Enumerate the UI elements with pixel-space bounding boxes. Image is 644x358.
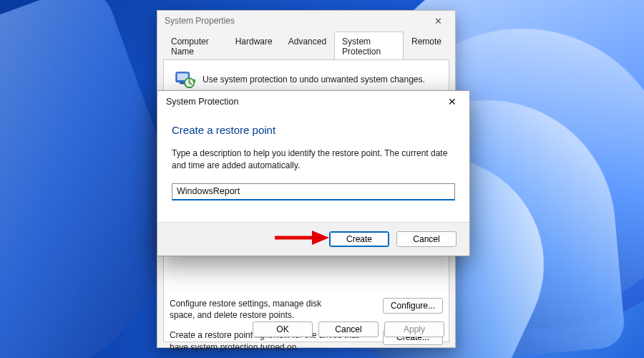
ok-button[interactable]: OK <box>253 321 313 337</box>
tab-hardware[interactable]: Hardware <box>228 32 280 60</box>
close-icon[interactable]: ✕ <box>425 16 451 26</box>
tab-strip: Computer Name Hardware Advanced System P… <box>157 31 455 59</box>
tab-computer-name[interactable]: Computer Name <box>163 32 228 60</box>
configure-button[interactable]: Configure... <box>383 298 443 314</box>
create-button[interactable]: Create <box>329 231 389 247</box>
dialog-titlebar: System Protection ✕ <box>157 91 469 112</box>
dialog-footer: Create Cancel <box>157 222 469 256</box>
cancel-button[interactable]: Cancel <box>318 321 379 337</box>
annotation-arrow-icon <box>272 227 331 248</box>
tab-system-protection[interactable]: System Protection <box>334 32 404 60</box>
configure-description: Configure restore settings, manage disk … <box>170 298 348 321</box>
apply-button: Apply <box>384 321 444 337</box>
titlebar: System Properties ✕ <box>157 11 455 31</box>
dialog-footer-buttons: OK Cancel Apply <box>253 321 444 337</box>
restore-point-description-input[interactable] <box>172 183 455 200</box>
create-restore-point-dialog: System Protection ✕ Create a restore poi… <box>157 90 470 256</box>
system-protection-icon <box>174 69 195 90</box>
tab-advanced[interactable]: Advanced <box>280 32 334 60</box>
dialog-description: Type a description to help you identify … <box>172 147 455 172</box>
tab-remote[interactable]: Remote <box>404 32 449 60</box>
dialog-title: System Protection <box>166 97 238 107</box>
cancel-button[interactable]: Cancel <box>396 231 457 247</box>
window-title: System Properties <box>165 16 235 26</box>
close-icon[interactable]: ✕ <box>439 96 465 107</box>
info-text: Use system protection to undo unwanted s… <box>203 74 425 85</box>
dialog-heading: Create a restore point <box>172 124 455 136</box>
svg-marker-5 <box>312 231 329 245</box>
